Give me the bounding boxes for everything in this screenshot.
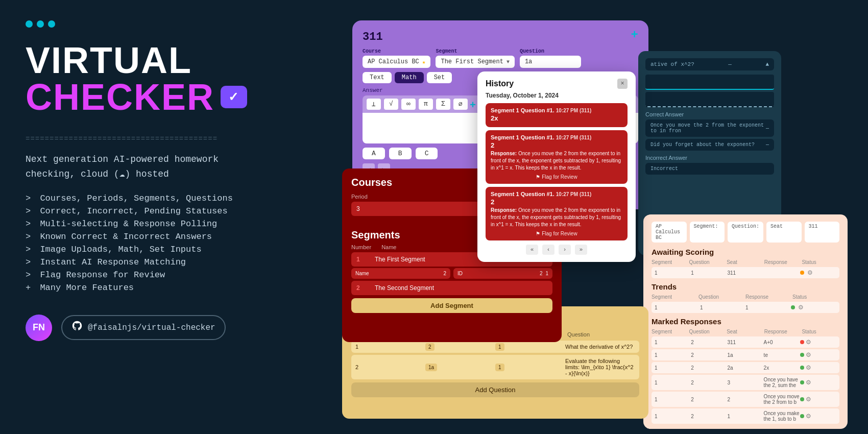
choice-b[interactable]: B [389, 148, 412, 159]
q-1-segment: 1 [495, 344, 565, 350]
github-text: @faisalnjs/virtual-checker [88, 323, 215, 332]
gear-icon-5[interactable]: ⚙ [806, 364, 811, 371]
course-value: AP Calculus BC [368, 58, 419, 65]
math-btn-pi[interactable]: π [419, 99, 433, 110]
pink-dropdown-seat[interactable]: Seat [766, 222, 802, 243]
type-btn-math[interactable]: Math [395, 72, 424, 83]
seg-name-header: Name [381, 244, 396, 250]
history-date: Tuesday, October 1, 2024 [486, 92, 628, 99]
dot-2 [37, 20, 44, 28]
segment-label: Segment [436, 49, 514, 54]
aw-q: 1 [691, 270, 727, 276]
seg-id-label: ID [457, 271, 463, 276]
question-label: Question [520, 49, 581, 54]
marked-row-4: 123 Once you have the 2, sum the ⚙ [652, 375, 839, 390]
history-nav-first[interactable]: « [526, 245, 538, 255]
close-icon[interactable]: × [617, 79, 628, 89]
expand-icon: ▲ [765, 61, 769, 67]
math-btn-inf[interactable]: ∞ [401, 99, 416, 110]
divider: ======================================== [26, 135, 311, 143]
question-value: 1a [525, 58, 532, 65]
dark-input-1[interactable] [645, 75, 774, 90]
history-item-3-response: Response: Once you move the 2 from the e… [491, 207, 622, 228]
aw-status: ⚙ [800, 269, 836, 276]
course-field: Course AP Calculus BC ★ [363, 49, 430, 68]
type-btn-text[interactable]: Text [363, 72, 392, 83]
left-panel: VIRTUAL CHECKER ✓ ======================… [0, 0, 337, 434]
flag-review-1[interactable]: ⚑ Flag for Review [491, 174, 622, 180]
seg-id-val: 1 [545, 271, 548, 276]
history-nav-prev[interactable]: ‹ [542, 245, 554, 255]
pink-dropdown-question[interactable]: Question: [728, 222, 763, 243]
card-number: 311 [363, 31, 638, 43]
tr-q: 1 [700, 305, 745, 310]
status-green-dot-4 [800, 380, 804, 384]
history-item-2: Segment 1 Question #1. 10:27 PM (311) 2 … [486, 130, 628, 184]
feature-1: > Courses, Periods, Segments, Questions [26, 192, 311, 205]
add-question-button[interactable]: Add Question [351, 382, 639, 397]
feature-4: > Known Correct & Incorrect Answers [26, 230, 311, 243]
history-nav-next[interactable]: › [559, 245, 571, 255]
gear-icon-6[interactable]: ⚙ [806, 379, 811, 386]
correct-answer-2[interactable]: Did you forget about the exponent? — [645, 139, 774, 151]
seg-row-2: 2 The Second Segment [351, 281, 552, 295]
q-2-segment: 1 [495, 364, 565, 370]
seg-2-name: The Second Segment [375, 284, 434, 292]
math-btn-sqrt[interactable]: √ [384, 99, 398, 110]
gear-icon-8[interactable]: ⚙ [806, 413, 811, 420]
question-input[interactable]: 1a [520, 56, 581, 68]
math-btn-perp[interactable]: ⊥ [367, 99, 381, 110]
add-segment-button[interactable]: Add Segment [351, 298, 552, 313]
card-pink: AP Calculus BC Segment: Question: Seat 3… [643, 214, 848, 429]
seg-name-val: 2 [443, 271, 446, 276]
course-input[interactable]: AP Calculus BC ★ [363, 56, 430, 68]
status-green-dot [791, 305, 795, 309]
question-field: Question 1a [520, 49, 581, 68]
marked-row-6: 121 Once you make the 1, sub to b ⚙ [652, 408, 839, 424]
pink-dropdown-segment[interactable]: Segment: [690, 222, 725, 243]
pink-dropdown-course[interactable]: AP Calculus BC [652, 222, 687, 243]
math-btn-sigma[interactable]: Σ [436, 99, 450, 110]
q-2-number-badge: 1a [425, 364, 437, 371]
history-item-3-header: Segment 1 Question #1. 10:27 PM (311) [491, 191, 622, 197]
q-1-id: 1 [355, 344, 425, 350]
q-2-number: 1a [425, 364, 495, 370]
seg-1-number: 1 [356, 256, 367, 263]
choice-a[interactable]: A [363, 148, 385, 159]
history-item-2-response: Response: Once you move the 2 from the e… [491, 150, 622, 172]
history-item-2-header: Segment 1 Question #1. 10:27 PM (311) [491, 134, 622, 140]
feature-6: > Instant AI Response Matching [26, 256, 311, 269]
feature-8: + Many More Features [26, 281, 311, 294]
history-nav: « ‹ › » [486, 245, 628, 255]
pink-dropdown-311[interactable]: 311 [805, 222, 840, 243]
choice-c[interactable]: C [416, 148, 438, 159]
history-nav-last[interactable]: » [575, 245, 587, 255]
github-link[interactable]: @faisalnjs/virtual-checker [61, 315, 226, 340]
incorrect-answer-1[interactable]: Incorrect [645, 163, 774, 175]
dark-input-2[interactable] [645, 92, 774, 107]
correct-answer-1[interactable]: Once you move the 2 from the exponent to… [645, 119, 774, 137]
gear-icon-3[interactable]: ⚙ [806, 339, 811, 346]
minus-icon-2: — [766, 126, 769, 131]
seg-number-header: Number [351, 244, 371, 250]
math-btn-empty[interactable]: ∅ [453, 99, 468, 110]
marked-row-2: 121a te ⚙ [652, 349, 839, 360]
dot-3 [48, 20, 55, 28]
gear-icon[interactable]: ⚙ [807, 269, 813, 276]
flag-review-2[interactable]: ⚑ Flag for Review [491, 231, 622, 236]
tr-resp: 1 [745, 305, 791, 310]
pink-dropdown-row: AP Calculus BC Segment: Question: Seat 3… [652, 222, 839, 243]
awaiting-row-1: 1 1 311 ⚙ [652, 267, 839, 278]
dark-dropdown[interactable]: ative of x^2? — ▲ [645, 58, 774, 70]
checkmark-badge: ✓ [221, 86, 247, 108]
gear-icon-4[interactable]: ⚙ [806, 351, 811, 358]
segment-input[interactable]: The First Segment ▼ [436, 56, 514, 68]
gear-icon-7[interactable]: ⚙ [806, 396, 811, 403]
history-item-2-answer: 2 [491, 141, 622, 149]
type-btn-set[interactable]: Set [427, 72, 452, 83]
incorrect-text: Incorrect [650, 166, 678, 172]
dark-dropdown-text: ative of x^2? [650, 61, 694, 67]
history-item-1: Segment 1 Question #1. 10:27 PM (311) 2x [486, 103, 628, 127]
minus-icon: — [728, 61, 732, 67]
gear-icon-2[interactable]: ⚙ [798, 304, 804, 311]
